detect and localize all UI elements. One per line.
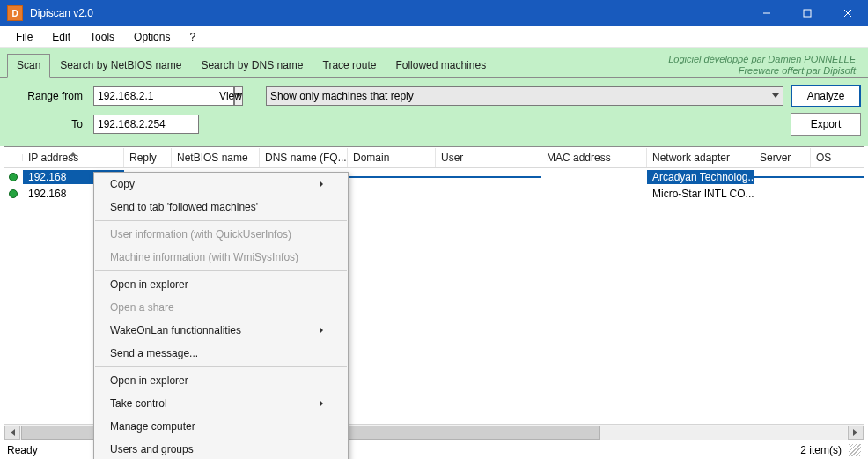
tab-netbios[interactable]: Search by NetBIOS name <box>50 54 191 78</box>
context-menu: CopySend to tab 'followed machines'User … <box>93 172 349 459</box>
status-dot <box>4 173 23 181</box>
credits-line2: Freeware offert par Dipisoft <box>668 65 856 77</box>
context-item: Machine information (with WmiSysInfos) <box>94 246 348 269</box>
svg-marker-6 <box>11 429 15 436</box>
context-item[interactable]: Take control <box>94 392 348 415</box>
to-input[interactable] <box>93 115 199 134</box>
svg-marker-7 <box>853 429 857 436</box>
menubar: File Edit Tools Options ? <box>0 26 868 48</box>
window-title: Dipiscan v2.0 <box>30 7 747 19</box>
status-right: 2 item(s) <box>800 444 842 456</box>
context-item[interactable]: Users and groups <box>94 438 348 459</box>
submenu-arrow-icon <box>320 327 327 334</box>
context-item-label: Copy <box>110 178 135 190</box>
cell-mac <box>541 193 647 195</box>
cell-adapter: Micro-Star INTL CO.... <box>647 187 754 201</box>
col-dns[interactable]: DNS name (FQ... <box>260 148 348 167</box>
cell-server <box>754 193 811 195</box>
submenu-arrow-icon <box>320 181 327 188</box>
to-label: To <box>7 118 86 130</box>
range-from-combo[interactable] <box>93 86 199 106</box>
context-item-label: WakeOnLan functionnalities <box>110 324 241 337</box>
context-item[interactable]: WakeOnLan functionnalities <box>94 319 348 342</box>
cell-adapter: Arcadyan Technolog... <box>647 170 754 184</box>
col-netbios[interactable]: NetBIOS name <box>172 148 260 167</box>
context-separator <box>95 220 347 221</box>
col-status[interactable] <box>4 154 23 161</box>
tab-strip: Scan Search by NetBIOS name Search by DN… <box>7 53 861 77</box>
col-domain[interactable]: Domain <box>348 148 436 167</box>
menu-help[interactable]: ? <box>180 29 204 45</box>
menu-tools[interactable]: Tools <box>81 29 123 45</box>
context-item-label: Machine information (with WmiSysInfos) <box>110 251 298 263</box>
submenu-arrow-icon <box>320 400 327 407</box>
context-item-label: Open in explorer <box>110 278 188 291</box>
online-icon <box>9 173 18 181</box>
context-item[interactable]: Manage computer <box>94 415 348 438</box>
titlebar: D Dipiscan v2.0 <box>0 0 868 26</box>
menu-options[interactable]: Options <box>125 29 179 45</box>
range-from-label: Range from <box>7 90 86 102</box>
cell-domain <box>348 176 436 178</box>
svg-rect-1 <box>804 10 811 17</box>
cell-user <box>436 176 541 178</box>
tab-strip-area: Scan Search by NetBIOS name Search by DN… <box>0 48 868 77</box>
context-item-label: Send a message... <box>110 347 198 359</box>
context-item[interactable]: Send a message... <box>94 342 348 365</box>
menu-edit[interactable]: Edit <box>43 29 79 45</box>
col-ip[interactable]: IP address <box>23 148 124 167</box>
col-reply[interactable]: Reply <box>124 148 172 167</box>
analyze-button[interactable]: Analyze <box>791 85 861 107</box>
tab-scan[interactable]: Scan <box>7 54 50 78</box>
resize-grip[interactable] <box>849 444 861 456</box>
menu-file[interactable]: File <box>7 29 41 45</box>
scroll-left-button[interactable] <box>4 426 20 440</box>
maximize-button[interactable] <box>787 0 828 26</box>
online-icon <box>9 189 18 198</box>
minimize-button[interactable] <box>747 0 787 26</box>
context-item[interactable]: Open in explorer <box>94 273 348 296</box>
view-selected: Show only machines that reply <box>270 90 772 102</box>
table-header: IP address Reply NetBIOS name DNS name (… <box>4 147 864 168</box>
window-buttons <box>747 0 868 26</box>
cell-os <box>811 176 864 178</box>
close-button[interactable] <box>828 0 868 26</box>
col-user[interactable]: User <box>436 148 541 167</box>
context-item[interactable]: Send to tab 'followed machines' <box>94 196 348 218</box>
app-icon: D <box>7 5 23 21</box>
context-separator <box>95 366 347 367</box>
status-left: Ready <box>7 444 38 456</box>
status-dot <box>4 189 23 198</box>
context-item-label: Send to tab 'followed machines' <box>110 201 258 213</box>
context-item: Open a share <box>94 296 348 319</box>
tab-followed[interactable]: Followed machines <box>386 54 496 78</box>
context-item-label: User information (with QuickUserInfos) <box>110 228 291 241</box>
view-label: View <box>206 90 259 102</box>
view-dropdown[interactable]: Show only machines that reply <box>266 86 783 106</box>
cell-mac <box>541 176 647 178</box>
cell-domain <box>348 193 436 195</box>
credits: Logiciel développé par Damien PONNELLE F… <box>668 54 861 77</box>
credits-line1: Logiciel développé par Damien PONNELLE <box>668 54 856 65</box>
export-button[interactable]: Export <box>791 113 861 136</box>
tab-trace[interactable]: Trace route <box>313 54 386 78</box>
context-item-label: Manage computer <box>110 420 195 433</box>
context-item-label: Take control <box>110 397 167 410</box>
scan-form: Range from View Show only machines that … <box>0 77 868 146</box>
tab-dns[interactable]: Search by DNS name <box>191 54 313 78</box>
col-mac[interactable]: MAC address <box>541 148 647 167</box>
cell-user <box>436 193 541 195</box>
col-adapter[interactable]: Network adapter <box>647 148 754 167</box>
context-item-label: Users and groups <box>110 443 194 455</box>
col-server[interactable]: Server <box>754 148 811 167</box>
cell-server <box>754 176 811 178</box>
context-item[interactable]: Open in explorer <box>94 369 348 392</box>
svg-marker-5 <box>772 93 779 98</box>
context-item: User information (with QuickUserInfos) <box>94 223 348 246</box>
context-item-label: Open a share <box>110 301 174 314</box>
context-item-label: Open in explorer <box>110 374 188 387</box>
cell-os <box>811 193 864 195</box>
scroll-right-button[interactable] <box>848 426 864 440</box>
col-os[interactable]: OS <box>811 148 864 167</box>
context-item[interactable]: Copy <box>94 173 348 196</box>
